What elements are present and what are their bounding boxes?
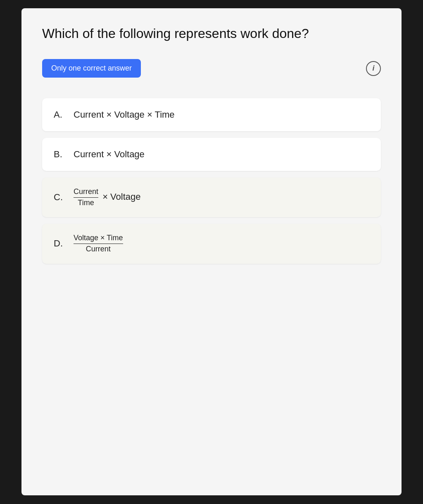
- option-a-text: Current × Voltage × Time: [74, 109, 175, 121]
- option-d-text: Voltage × Time Current: [74, 234, 125, 253]
- option-c-denominator: Time: [78, 198, 94, 208]
- option-c[interactable]: C. Current Time × Voltage: [42, 177, 381, 217]
- question-text: Which of the following represents work d…: [42, 25, 381, 43]
- option-d-numerator: Voltage × Time: [74, 234, 123, 244]
- option-b-letter: B.: [54, 149, 65, 160]
- option-d-letter: D.: [54, 238, 65, 249]
- options-list: A. Current × Voltage × Time B. Current ×…: [42, 98, 381, 263]
- option-d[interactable]: D. Voltage × Time Current: [42, 224, 381, 263]
- option-a[interactable]: A. Current × Voltage × Time: [42, 98, 381, 131]
- option-c-text: Current Time × Voltage: [74, 187, 141, 207]
- content-area: Which of the following represents work d…: [21, 8, 402, 495]
- info-icon[interactable]: i: [366, 61, 381, 76]
- answer-type-row: Only one correct answer i: [42, 59, 381, 78]
- option-a-letter: A.: [54, 109, 65, 120]
- answer-type-badge: Only one correct answer: [42, 59, 141, 78]
- phone-frame: Which of the following represents work d…: [21, 8, 402, 495]
- option-d-denominator: Current: [86, 244, 111, 254]
- option-c-fraction: Current Time: [74, 187, 98, 207]
- option-c-letter: C.: [54, 192, 65, 203]
- option-b[interactable]: B. Current × Voltage: [42, 138, 381, 171]
- option-d-fraction: Voltage × Time Current: [74, 234, 123, 253]
- option-b-text: Current × Voltage: [74, 148, 145, 161]
- option-c-numerator: Current: [74, 187, 98, 198]
